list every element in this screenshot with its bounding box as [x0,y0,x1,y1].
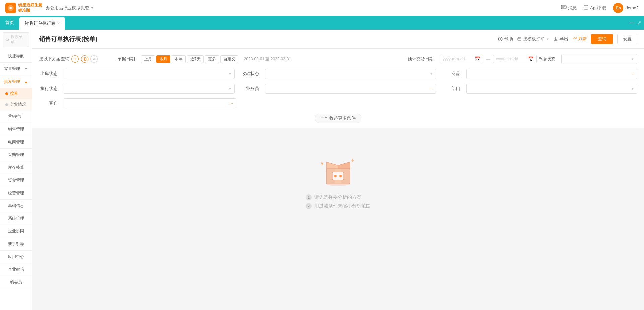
filter-panel: 按以下方案查询 + « 单据日期 [32,49,644,128]
collapse-button[interactable]: ⌃⌃ 收起更多条件 [315,114,361,123]
calendar-end-icon: 📅 [528,56,534,62]
main-layout: 搜索菜单 快捷导航 零售管理 ▼ 批发管理 ▲ [0,30,644,310]
dept-dropdown-icon: ▼ [631,87,634,91]
wholesale-arrow: ▲ [24,80,28,84]
salesman-selector[interactable]: ··· [265,84,436,94]
goods-ellipsis-icon: ··· [630,71,634,76]
user-avatar: Ea [613,3,623,13]
download-icon [583,5,589,11]
customer-selector[interactable]: ··· [64,98,236,108]
sidebar-item-enterprise[interactable]: 企业协同 [0,225,32,238]
out-status-dropdown[interactable]: ▼ [64,69,235,79]
export-button[interactable]: 导出 [553,36,568,42]
sidebar-item-app-center[interactable]: 应用中心 [0,251,32,263]
scheme-collapse-button[interactable]: « [90,55,98,63]
doc-status-dropdown-icon: ▼ [631,57,634,61]
date-buttons: 上月 本月 本年 近7天 更多 自定义 [141,55,238,63]
collapse-up-icon: ⌃⌃ [321,116,328,121]
sidebar-item-basic-info[interactable]: 基础信息 [0,200,32,212]
svg-point-17 [335,175,336,177]
breadcrumb-dropdown-icon[interactable]: ▾ [91,6,93,10]
sidebar: 搜索菜单 快捷导航 零售管理 ▼ 批发管理 ▲ [0,30,32,310]
sidebar-item-retail[interactable]: 零售管理 ▼ [0,63,32,75]
message-button[interactable]: 消息 [561,5,577,11]
salesman-ellipsis-icon: ··· [429,86,433,91]
query-button[interactable]: 查询 [591,34,613,44]
goods-selector[interactable]: ··· [466,69,637,79]
user-profile[interactable]: Ea demo2 [613,3,639,13]
tab-sales-order[interactable]: 销售订单执行表 × [19,17,65,30]
help-button[interactable]: ? 帮助 [498,36,513,42]
collect-status-dropdown[interactable]: ▼ [265,69,436,79]
sidebar-item-operations[interactable]: 经营管理 [0,187,32,200]
sidebar-item-finance[interactable]: 资金管理 [0,174,32,187]
expected-date-group: 预计交货日期 yyyy-mm-dd 📅 — yyyy-mm-dd 📅 [408,55,537,63]
empty-illustration [318,155,358,189]
sidebar-item-system[interactable]: 系统管理 [0,212,32,225]
message-icon [561,5,567,11]
expected-date-end[interactable]: yyyy-mm-dd 📅 [493,55,537,63]
sidebar-item-purchase[interactable]: 采购管理 [0,149,32,161]
date-btn-7days[interactable]: 近7天 [187,55,204,63]
doc-status-dropdown[interactable]: ▼ [561,54,637,64]
sidebar-item-guide[interactable]: 新手引导 [0,238,32,251]
dept-group: 部门 ▼ [441,84,637,94]
expected-date-start[interactable]: yyyy-mm-dd 📅 [440,55,483,63]
refresh-button[interactable]: 刷新 [572,36,587,42]
collect-status-dropdown-icon: ▼ [430,72,433,76]
exec-status-dropdown[interactable]: ▼ [64,84,235,94]
out-status-label: 出库状态 [39,71,58,77]
date-btn-custom[interactable]: 自定义 [220,55,238,63]
date-btn-last-month[interactable]: 上月 [141,55,155,63]
print-icon [517,37,522,41]
sidebar-item-inventory[interactable]: 库存核算 [0,161,32,174]
sidebar-search[interactable]: 搜索菜单 [3,32,29,47]
empty-box-icon [318,155,358,189]
date-range-text: 2023-03-01 至 2023-03-31 [244,56,291,62]
filter-row-4: 客户 ··· [39,98,236,108]
tab-maximize-button[interactable]: ⤢ [637,20,641,26]
settings-button[interactable]: 设置 [617,34,637,44]
sidebar-subitem-shortage[interactable]: 欠货情况 [0,99,32,110]
sidebar-item-vip[interactable]: 畅会员 [0,276,32,289]
svg-point-9 [84,58,85,60]
tab-home[interactable]: 首页 [0,16,19,30]
sidebar-item-quick-nav[interactable]: 快捷导航 [0,50,32,63]
date-filter-group: 单据日期 上月 本月 本年 近7天 更多 自定义 2023-03-01 至 20… [116,55,408,63]
top-header: 畅捷通好生意 标准版 办公用品行业模拟账套 ▾ 消息 [0,0,644,16]
sidebar-item-sales[interactable]: 销售管理 [0,123,32,136]
sidebar-item-wechat[interactable]: 企业微信 [0,263,32,276]
tab-minimize-button[interactable]: — [629,20,634,26]
scheme-add-button[interactable]: + [71,55,79,63]
goods-label: 商品 [441,71,460,77]
template-print-button[interactable]: 按模板打印 ▼ [517,36,549,42]
expected-date-end-placeholder: yyyy-mm-dd [496,57,518,61]
header-left: 畅捷通好生意 标准版 办公用品行业模拟账套 ▾ [5,3,93,13]
expected-date-label: 预计交货日期 [408,56,434,62]
tab-close-icon[interactable]: × [57,21,60,26]
filter-row-1: 按以下方案查询 + « 单据日期 [39,54,637,64]
filter-row-2: 出库状态 ▼ 收款状态 ▼ 商品 [39,69,637,79]
tip-number-1: 1 [306,194,312,200]
date-btn-this-month[interactable]: 本月 [156,55,170,63]
app-download-button[interactable]: App下载 [583,5,606,11]
scheme-edit-button[interactable] [81,55,88,63]
page-header: 销售订单执行表(按单) ? 帮助 按模板打印 ▼ 导出 [32,30,644,49]
exec-status-dropdown-icon: ▼ [228,87,232,91]
svg-text:?: ? [500,38,501,41]
dept-dropdown[interactable]: ▼ [466,84,637,94]
sidebar-subitem-by-order[interactable]: 按单 [0,88,32,99]
customer-label: 客户 [39,100,58,106]
empty-state: 1 请先选择要分析的方案 2 用过滤条件来缩小分析范围 [32,128,644,236]
active-indicator [5,92,8,95]
salesman-label: 业务员 [240,86,259,92]
sidebar-item-ecommerce[interactable]: 电商管理 [0,136,32,149]
date-btn-more[interactable]: 更多 [205,55,219,63]
out-status-dropdown-icon: ▼ [228,72,232,76]
sidebar-item-marketing[interactable]: 营销推广 [0,110,32,123]
export-icon [553,37,558,41]
page-title: 销售订单执行表(按单) [39,35,97,43]
logo-area: 畅捷通好生意 标准版 [5,3,42,13]
date-btn-this-year[interactable]: 本年 [172,55,186,63]
filter-row-3: 执行状态 ▼ 业务员 ··· 部门 [39,84,637,94]
